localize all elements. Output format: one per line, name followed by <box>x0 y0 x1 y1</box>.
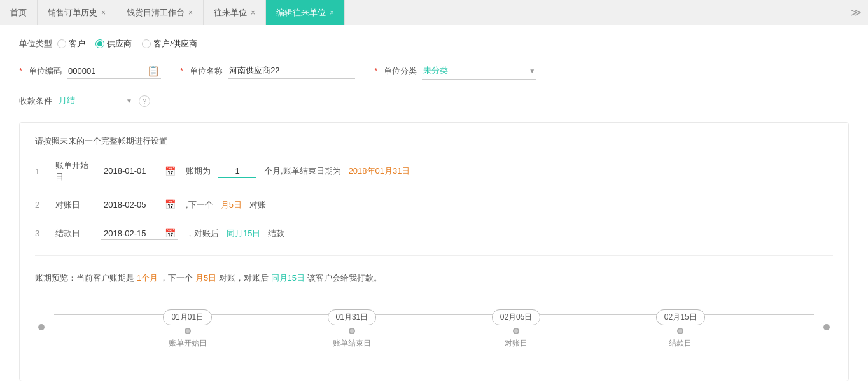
tab-partners-close-icon[interactable]: × <box>251 8 255 17</box>
tab-edit-partner-close-icon[interactable]: × <box>330 8 334 17</box>
row-3-desc-pre: ，对账后 <box>186 228 219 239</box>
unit-name-input[interactable] <box>228 64 355 79</box>
row-2-date-wrap: 📅 <box>101 198 178 211</box>
tab-expand-icon[interactable]: ≫ <box>844 0 868 25</box>
row-2-num: 2 <box>35 200 48 209</box>
row-3-type: 结款日 <box>55 228 94 239</box>
timeline-container: 01月01日 账单开始日 01月31日 账单结束日 02月05日 <box>35 297 833 368</box>
timeline-dot-2 <box>349 328 355 334</box>
unit-code-group: * 单位编码 📋 <box>19 64 161 79</box>
setting-row-3: 3 结款日 📅 ，对账后 同月15日 结款 <box>35 227 833 240</box>
unit-code-input[interactable] <box>68 66 144 76</box>
setting-row-2: 2 对账日 📅 ,下一个月5日 对账 <box>35 198 833 211</box>
preview-text4: 该客户会给我打款。 <box>307 273 382 283</box>
unit-category-select[interactable]: 未分类 ▼ <box>422 62 536 80</box>
row-1-period-input[interactable] <box>218 165 256 178</box>
tab-home-label: 首页 <box>10 7 27 18</box>
preview-settle: 同月15日 <box>271 273 305 283</box>
row-1-date-input[interactable] <box>104 166 161 176</box>
row-1-calendar-icon[interactable]: 📅 <box>165 166 176 176</box>
radio-customer-label: 客户 <box>69 38 85 50</box>
timeline-start-dot <box>38 324 45 330</box>
payment-group: 收款条件 月结 ▼ ? <box>19 92 150 109</box>
timeline-bubble-2: 01月31日 <box>328 309 377 325</box>
unit-category-label: 单位分类 <box>384 66 417 77</box>
payment-row: 收款条件 月结 ▼ ? <box>19 92 849 109</box>
preview-text3: 对账，对账后 <box>219 273 269 283</box>
radio-both-circle <box>142 39 151 48</box>
timeline-point-2: 01月31日 账单结束日 <box>328 309 377 349</box>
timeline-label-2: 账单结束日 <box>333 338 371 349</box>
row-3-calendar-icon[interactable]: 📅 <box>165 228 176 238</box>
row-3-after: 结款 <box>268 228 284 239</box>
unit-category-required: * <box>374 66 377 76</box>
unit-name-required: * <box>180 66 183 76</box>
unit-category-group: * 单位分类 未分类 ▼ <box>374 62 536 80</box>
unit-name-label: 单位名称 <box>190 66 223 77</box>
unit-type-label: 单位类型 <box>19 38 52 50</box>
preview-section: 账期预览：当前客户账期是 1个月 ，下一个 月5日 对账，对账后 同月15日 该… <box>35 266 833 368</box>
payment-value: 月结 <box>59 95 122 106</box>
tab-partners[interactable]: 往来单位 × <box>204 0 266 25</box>
radio-supplier[interactable]: 供应商 <box>95 38 132 50</box>
timeline-dot-4 <box>677 328 683 334</box>
period-setting-card: 请按照未来的一个完整帐期进行设置 1 账单开始日 📅 账期为 个月,账单结束日期… <box>19 122 849 381</box>
card-divider <box>35 255 833 256</box>
row-1-period-unit: 个月,账单结束日期为 <box>264 165 341 177</box>
tab-cash-close-icon[interactable]: × <box>188 8 193 17</box>
unit-code-label: 单位编码 <box>29 66 62 77</box>
tab-home[interactable]: 首页 <box>0 0 38 25</box>
row-2-after: 对账 <box>249 199 266 211</box>
unit-type-group: 单位类型 客户 供应商 客户/供应商 <box>19 38 197 50</box>
radio-supplier-circle <box>95 39 104 48</box>
radio-customer-circle <box>57 39 66 48</box>
row-3-num: 3 <box>35 229 48 238</box>
tab-edit-partner[interactable]: 编辑往来单位 × <box>266 0 345 25</box>
radio-supplier-label: 供应商 <box>107 38 132 50</box>
tab-partners-label: 往来单位 <box>214 7 247 18</box>
tab-sales-order-history[interactable]: 销售订单历史 × <box>38 0 116 25</box>
tab-cash-label: 钱货日清工作台 <box>127 7 185 18</box>
timeline-label-4: 结款日 <box>669 338 692 349</box>
radio-customer[interactable]: 客户 <box>57 38 85 50</box>
payment-arrow-icon: ▼ <box>126 97 132 104</box>
row-2-desc-highlight: 月5日 <box>221 199 242 211</box>
timeline-end-dot <box>823 324 830 330</box>
row-2-date-input[interactable] <box>104 200 161 209</box>
setting-row-1: 1 账单开始日 📅 账期为 个月,账单结束日期为 2018年01月31日 <box>35 160 833 183</box>
timeline-point-4: 02月15日 结款日 <box>656 309 705 349</box>
preview-text2: ，下一个 <box>160 273 193 283</box>
row-1-date-wrap: 📅 <box>101 165 178 178</box>
row-2-type: 对账日 <box>55 199 94 211</box>
row-1-mid-text: 账期为 <box>186 165 211 177</box>
payment-select[interactable]: 月结 ▼ <box>57 92 134 109</box>
row-1-num: 1 <box>35 167 48 176</box>
main-content: 单位类型 客户 供应商 客户/供应商 * 单位编码 <box>0 25 868 387</box>
timeline-bubble-1: 01月01日 <box>163 309 212 325</box>
preview-label: 账期预览：当前客户账期是 <box>35 273 134 283</box>
unit-code-input-wrap: 📋 <box>67 64 161 79</box>
tab-sales-close-icon[interactable]: × <box>101 8 106 17</box>
tab-sales-label: 销售订单历史 <box>48 7 97 18</box>
row-1-type: 账单开始日 <box>55 160 94 183</box>
unit-info-row: * 单位编码 📋 * 单位名称 * 单位分类 未分类 ▼ <box>19 62 849 80</box>
row-3-date-wrap: 📅 <box>101 227 178 240</box>
unit-category-arrow-icon: ▼ <box>529 67 535 74</box>
radio-both[interactable]: 客户/供应商 <box>142 38 197 50</box>
row-3-date-input[interactable] <box>104 229 161 238</box>
timeline-label-3: 对账日 <box>505 338 528 349</box>
timeline-dot-1 <box>185 328 191 334</box>
timeline-dot-3 <box>513 328 519 334</box>
row-3-desc-highlight: 同月15日 <box>227 228 260 239</box>
timeline-start <box>35 309 48 330</box>
preview-date: 月5日 <box>195 273 216 283</box>
timeline-bubble-3: 02月05日 <box>492 309 541 325</box>
timeline-point-3: 02月05日 对账日 <box>492 309 541 349</box>
tab-cash-flow[interactable]: 钱货日清工作台 × <box>116 0 204 25</box>
row-2-calendar-icon[interactable]: 📅 <box>165 199 176 209</box>
unit-code-icon[interactable]: 📋 <box>147 65 160 77</box>
timeline-point-1: 01月01日 账单开始日 <box>163 309 212 349</box>
tab-edit-partner-label: 编辑往来单位 <box>276 7 326 18</box>
preview-period: 1个月 <box>137 273 158 283</box>
help-icon[interactable]: ? <box>139 95 150 107</box>
